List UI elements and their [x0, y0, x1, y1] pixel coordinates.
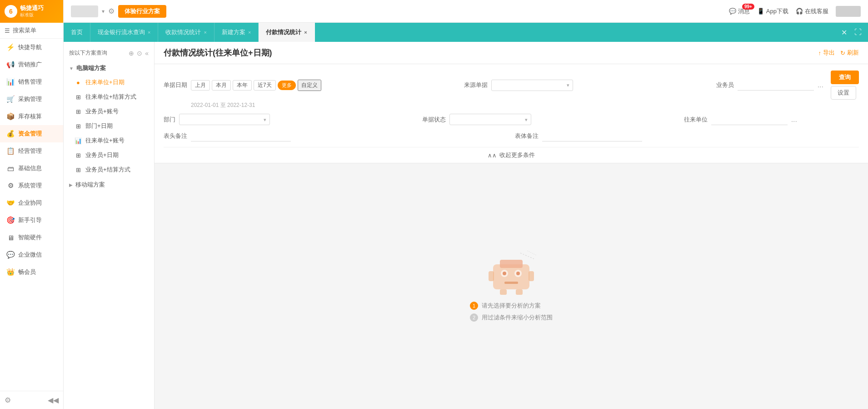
tab-new-plan[interactable]: 新建方案 × — [215, 23, 259, 42]
tip-num-2: 2 — [470, 313, 478, 322]
tab-home[interactable]: 首页 — [64, 23, 90, 42]
voucher-status-select-wrap — [449, 114, 531, 125]
panel-settings-icon[interactable]: ⊙ — [137, 50, 142, 57]
panel-section-pc-header[interactable]: ▼ 电脑端方案 — [64, 61, 154, 75]
header-note-label: 表头备注 — [164, 132, 187, 140]
tab-bank-flow[interactable]: 现金银行流水查询 × — [90, 23, 158, 42]
tab-payment-stats-close[interactable]: × — [304, 30, 307, 35]
query-button[interactable]: 查询 — [831, 71, 859, 84]
search-icon: ☰ — [5, 27, 10, 34]
source-select-wrap — [491, 80, 573, 91]
date-btn-last7days[interactable]: 近7天 — [254, 80, 276, 91]
refresh-button[interactable]: ↻ 刷新 — [840, 49, 859, 57]
footer-settings-icon[interactable]: ⚙ — [5, 396, 11, 404]
panel-collapse-icon[interactable]: « — [145, 50, 149, 57]
service-label: 在线客服 — [805, 7, 828, 15]
panel-search-icons: ⊕ ⊙ « — [129, 50, 149, 57]
tabbar: 首页 现金银行流水查询 × 收款情况统计 × 新建方案 × 付款情况统计 × ✕… — [64, 23, 868, 42]
sidebar-item-inventory[interactable]: 📦 库存核算 — [0, 108, 63, 125]
sidebar-item-sales[interactable]: 📊 销售管理 — [0, 73, 63, 91]
date-btn-this-month[interactable]: 本月 — [212, 80, 231, 91]
empty-tip-2: 2 用过滤条件来缩小分析范围 — [470, 313, 553, 322]
topbar-dropdown-icon[interactable]: ▾ — [102, 8, 105, 15]
app-download-icon: 📱 — [757, 8, 764, 15]
messages-badge: 99+ — [742, 4, 754, 10]
filter-header-note-item: 表头备注 — [164, 131, 291, 141]
sidebar-item-enterprise[interactable]: 🤝 企业协同 — [0, 194, 63, 212]
panel-item-label: 业务员+结算方式 — [85, 166, 130, 174]
export-icon: ↑ — [818, 50, 822, 56]
panel-item-unit-date[interactable]: ● 往来单位+日期 — [64, 75, 154, 90]
filter-partner-item: 往来单位 ... — [684, 114, 797, 125]
salesperson-input[interactable] — [738, 80, 814, 91]
tab-close-all-icon[interactable]: ✕ — [838, 26, 850, 39]
sidebar-collapse-icon[interactable]: ◀◀ — [48, 396, 59, 404]
date-btn-last-month[interactable]: 上月 — [191, 80, 210, 91]
voucher-status-select[interactable] — [449, 114, 531, 125]
tab-expand-icon[interactable]: ⛶ — [852, 26, 864, 38]
panel-section-mobile[interactable]: ▶ 移动端方案 — [64, 177, 154, 192]
online-service-button[interactable]: 🎧 在线客服 — [796, 7, 828, 15]
source-select[interactable] — [491, 80, 573, 91]
sidebar-item-purchase[interactable]: 🛒 采购管理 — [0, 91, 63, 108]
sidebar-item-guide[interactable]: 🎯 新手引导 — [0, 212, 63, 229]
basic-info-icon: 🗃 — [6, 164, 15, 172]
sidebar-item-label: 快捷导航 — [18, 43, 42, 51]
tab-bank-flow-label: 现金银行流水查询 — [98, 28, 145, 36]
svg-rect-10 — [516, 289, 523, 295]
date-btn-custom[interactable]: 自定义 — [298, 80, 321, 91]
panel-item-unit-settle[interactable]: ⊞ 往来单位+结算方式 — [64, 90, 154, 104]
robot-svg — [484, 251, 539, 296]
tab-bank-flow-close[interactable]: × — [148, 30, 150, 35]
salesperson-ellipsis[interactable]: ... — [818, 81, 823, 89]
panel-item-unit-account[interactable]: 📊 往来单位+账号 — [64, 133, 154, 148]
panel-add-icon[interactable]: ⊕ — [129, 50, 134, 57]
app-download-button[interactable]: 📱 App下载 — [757, 7, 788, 15]
panel-item-staff-date[interactable]: ⊞ 业务员+日期 — [64, 148, 154, 162]
panel-item-staff-settle[interactable]: ⊞ 业务员+结算方式 — [64, 162, 154, 177]
filter-body-note-item: 表体备注 — [515, 131, 642, 141]
user-avatar[interactable] — [836, 6, 861, 17]
search-menu-button[interactable]: ☰ 搜索菜单 — [0, 23, 63, 39]
panel-item-label: 业务员+日期 — [85, 151, 119, 159]
date-btn-more[interactable]: 更多 — [278, 81, 296, 90]
panel-item-staff-account[interactable]: ⊞ 业务员+账号 — [64, 104, 154, 119]
partner-input[interactable] — [711, 114, 788, 125]
header-note-input[interactable] — [191, 131, 291, 141]
trial-button[interactable]: 体验行业方案 — [118, 5, 166, 18]
sidebar-item-label: 采购管理 — [18, 95, 42, 103]
page-header: 付款情况统计(往来单位+日期) ↑ 导出 ↻ 刷新 — [155, 42, 868, 64]
filter-row-1: 单据日期 上月 本月 本年 近7天 更多 自定义 来源单据 — [164, 71, 859, 100]
sidebar-item-operations[interactable]: 📋 经营管理 — [0, 142, 63, 160]
export-label: 导出 — [823, 49, 835, 57]
main-area: ▾ ⚙ 体验行业方案 💬 消息 99+ 📱 App下载 🎧 在线客服 首页 — [64, 0, 868, 409]
settings-button[interactable]: 设置 — [831, 86, 856, 100]
sidebar-item-basic-info[interactable]: 🗃 基础信息 — [0, 160, 63, 177]
sidebar-item-marketing[interactable]: 📢 营销推广 — [0, 56, 63, 73]
sidebar-item-quick-nav[interactable]: ⚡ 快捷导航 — [0, 39, 63, 56]
dept-select[interactable] — [179, 114, 270, 125]
collapse-label: 收起更多条件 — [499, 151, 535, 159]
tab-receipt-stats-close[interactable]: × — [204, 30, 206, 35]
tab-new-plan-close[interactable]: × — [248, 30, 251, 35]
body-note-input[interactable] — [542, 131, 642, 141]
date-btn-this-year[interactable]: 本年 — [233, 80, 252, 91]
sidebar-item-hardware[interactable]: 🖥 智能硬件 — [0, 229, 63, 246]
sidebar-item-system[interactable]: ⚙ 系统管理 — [0, 177, 63, 194]
tab-payment-stats[interactable]: 付款情况统计 × — [259, 23, 314, 42]
tab-home-label: 首页 — [71, 28, 83, 36]
panel-item-dept-date[interactable]: ⊞ 部门+日期 — [64, 119, 154, 133]
collapse-conditions-button[interactable]: ∧∧ 收起更多条件 — [164, 147, 859, 163]
sidebar-item-wechat[interactable]: 💬 企业微信 — [0, 246, 63, 263]
dept-label: 部门 — [164, 116, 175, 124]
partner-ellipsis[interactable]: ... — [791, 116, 797, 124]
sidebar-item-label: 经营管理 — [18, 147, 42, 155]
messages-button[interactable]: 💬 消息 99+ — [729, 7, 750, 15]
unit-settle-icon: ⊞ — [75, 93, 82, 101]
topbar-settings-icon[interactable]: ⚙ — [108, 7, 115, 15]
refresh-icon: ↻ — [840, 50, 845, 56]
tab-receipt-stats[interactable]: 收款情况统计 × — [158, 23, 214, 42]
export-button[interactable]: ↑ 导出 — [818, 49, 835, 57]
sidebar-item-finance[interactable]: 💰 资金管理 — [0, 125, 63, 142]
sidebar-item-member[interactable]: 👑 畅会员 — [0, 263, 63, 281]
